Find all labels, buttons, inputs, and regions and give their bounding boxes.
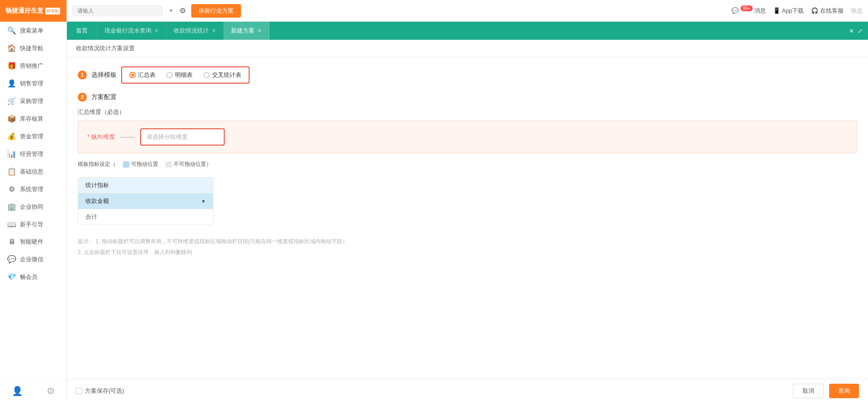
metrics-col1[interactable]: 收款金额 ▼ xyxy=(78,193,213,209)
close-window-icon[interactable]: ✕ xyxy=(849,28,854,34)
monitor-icon: 🖥 xyxy=(7,238,16,246)
col1-chevron-icon: ▼ xyxy=(201,199,206,204)
radio-circle-detail xyxy=(166,72,173,78)
money-icon: 💰 xyxy=(7,132,16,141)
sidebar-item-label: 采购管理 xyxy=(20,97,43,105)
drag-able-dot xyxy=(123,161,129,168)
sidebar-item-label: 畅会员 xyxy=(20,273,38,281)
step2-badge: 2 xyxy=(78,93,87,102)
cancel-button[interactable]: 取消 xyxy=(793,384,824,398)
query-button[interactable]: 查询 xyxy=(829,384,859,398)
expand-icon[interactable]: ⤢ xyxy=(858,28,863,34)
sidebar-item-weixin[interactable]: 💬 企业微信 xyxy=(0,250,66,268)
sidebar-item-label: 经营管理 xyxy=(20,150,43,158)
badge-count: 99+ xyxy=(741,5,753,11)
sidebar-item-basic-info[interactable]: 📋 基础信息 xyxy=(0,163,66,180)
tab-receipt-stat[interactable]: 收款情况统计 ✕ xyxy=(166,22,224,40)
sidebar-item-purchase[interactable]: 🛒 采购管理 xyxy=(0,92,66,110)
dimension-section: 汇总维度（必选） * 纵向维度 —— 请选择分组维度 xyxy=(78,108,857,225)
chart-icon: 📊 xyxy=(7,150,16,158)
tabbar-right: ✕ ⤢ xyxy=(849,28,868,34)
sidebar-item-label: 库存核算 xyxy=(20,115,43,123)
sidebar-item-label: 销售管理 xyxy=(20,80,43,88)
step1-header: 1 选择模板 汇总表 明细表 xyxy=(78,66,857,84)
sidebar-item-management[interactable]: 📊 经营管理 xyxy=(0,145,66,163)
sidebar-bottom: 👤 ⚙ xyxy=(0,381,66,400)
content-area: 收款情况统计方案设置 1 选择模板 汇总表 xyxy=(67,40,868,400)
tip-1: 提示： 1. 拖动标题栏可以调整布局，不可跨维度或指标区域拖动栏目段(只能在同一… xyxy=(78,236,857,247)
industry-btn[interactable]: 体验行业方案 xyxy=(191,4,241,18)
not-drag-indicator: 不可拖动位置） xyxy=(165,160,212,168)
gift-icon: 🎁 xyxy=(7,61,16,70)
topbar: ▼ ⚙ 体验行业方案 💬 99+ 消息 📱 App下载 🎧 在线客服 张总 xyxy=(67,0,868,22)
tabbar: 首页 现金银行流水查询 ✕ 收款情况统计 ✕ 新建方案 ✕ ✕ ⤢ xyxy=(67,22,868,40)
arrow-icon: —— xyxy=(120,133,135,141)
step2-header: 2 方案配置 xyxy=(78,93,857,102)
step1-section: 1 选择模板 汇总表 明细表 xyxy=(78,66,857,84)
tab-home[interactable]: 首页 xyxy=(67,22,97,40)
user-icon: 👤 xyxy=(7,79,16,88)
not-drag-dot xyxy=(165,161,172,168)
bottom-buttons: 取消 查询 xyxy=(793,384,859,398)
radio-summary[interactable]: 汇总表 xyxy=(129,71,156,79)
save-option[interactable]: 方案保存(可选) xyxy=(76,387,124,395)
step1-title: 选择模板 xyxy=(91,71,117,79)
sidebar-item-guide[interactable]: 📖 新手引导 xyxy=(0,216,66,233)
message-area[interactable]: 💬 99+ 消息 xyxy=(731,7,766,15)
sidebar-bottom-avatar[interactable]: 👤 xyxy=(12,386,23,396)
radio-cross[interactable]: 交叉统计表 xyxy=(203,71,241,79)
dimension-title: 汇总维度（必选） xyxy=(78,108,857,116)
building-icon: 🏢 xyxy=(7,202,16,211)
clipboard-icon: 📋 xyxy=(7,167,16,176)
sidebar-item-label: 系统管理 xyxy=(20,185,43,193)
tab-new-plan[interactable]: 新建方案 ✕ xyxy=(224,22,269,40)
service-area[interactable]: 🎧 在线客服 xyxy=(811,7,844,15)
tab-cash-query-close[interactable]: ✕ xyxy=(154,28,159,34)
save-checkbox[interactable] xyxy=(76,388,82,394)
tab-receipt-stat-close[interactable]: ✕ xyxy=(212,28,216,34)
settings-icon: ⚙ xyxy=(7,185,16,193)
tab-new-plan-close[interactable]: ✕ xyxy=(257,28,262,34)
sidebar-item-capital[interactable]: 💰 资金管理 xyxy=(0,127,66,145)
sidebar-item-sales[interactable]: 👤 销售管理 xyxy=(0,75,66,92)
sidebar-item-quick-nav[interactable]: 🏠 快捷导航 xyxy=(0,39,66,57)
drag-able-indicator: 可拖动位置 xyxy=(123,160,158,168)
sidebar-item-system[interactable]: ⚙ 系统管理 xyxy=(0,180,66,198)
gear-icon[interactable]: ⚙ xyxy=(179,6,186,15)
form-area: 1 选择模板 汇总表 明细表 xyxy=(67,57,868,379)
radio-circle-summary xyxy=(129,72,136,78)
sidebar-bottom-settings[interactable]: ⚙ xyxy=(47,386,55,396)
tab-cash-query[interactable]: 现金银行流水查询 ✕ xyxy=(97,22,166,40)
bottom-bar: 方案保存(可选) 取消 查询 xyxy=(67,379,868,400)
sidebar-item-search-menu[interactable]: 🔍 搜索菜单 xyxy=(0,22,66,39)
box-icon: 📦 xyxy=(7,114,16,123)
sidebar-item-inventory[interactable]: 📦 库存核算 xyxy=(0,110,66,127)
search-menu-icon: 🔍 xyxy=(7,26,16,35)
tip-2: 2. 点击标题栏下拉可设置排序、插入列和删除列 xyxy=(78,247,857,258)
download-area[interactable]: 📱 App下载 xyxy=(773,7,804,15)
radio-circle-cross xyxy=(203,72,210,78)
sidebar-item-marketing[interactable]: 🎁 营销推广 xyxy=(0,57,66,75)
group-dimension-select[interactable]: 请选择分组维度 xyxy=(140,128,225,146)
sidebar-item-smart-hw[interactable]: 🖥 智能硬件 xyxy=(0,233,66,250)
book-icon: 📖 xyxy=(7,220,16,229)
sidebar-item-enterprise[interactable]: 🏢 企业协同 xyxy=(0,198,66,216)
sidebar: 畅捷通好生意 标准版 🔍 搜索菜单 🏠 快捷导航 🎁 营销推广 👤 销售管理 🛒… xyxy=(0,0,67,400)
step2-section: 2 方案配置 汇总维度（必选） * 纵向维度 —— xyxy=(78,93,857,258)
radio-detail[interactable]: 明细表 xyxy=(166,71,193,79)
home-icon: 🏠 xyxy=(7,44,16,52)
logo-badge: 标准版 xyxy=(45,8,60,14)
sidebar-item-label: 资金管理 xyxy=(20,132,43,141)
logo-text: 畅捷通好生意 xyxy=(5,7,43,15)
dimension-box: * 纵向维度 —— 请选择分组维度 xyxy=(78,121,857,153)
cart-icon: 🛒 xyxy=(7,97,16,105)
sidebar-item-member[interactable]: 💎 畅会员 xyxy=(0,268,66,286)
search-input[interactable] xyxy=(72,5,163,16)
required-mark: * 纵向维度 xyxy=(87,133,115,141)
sidebar-item-label: 搜索菜单 xyxy=(20,27,43,35)
template-options: 汇总表 明细表 交叉统计表 xyxy=(121,66,250,84)
user-label[interactable]: 张总 xyxy=(851,7,863,15)
page-title: 收款情况统计方案设置 xyxy=(76,45,135,52)
metrics-label: 模板指标设定（ 可拖动位置 不可拖动位置） xyxy=(78,160,857,168)
diamond-icon: 💎 xyxy=(7,273,16,281)
